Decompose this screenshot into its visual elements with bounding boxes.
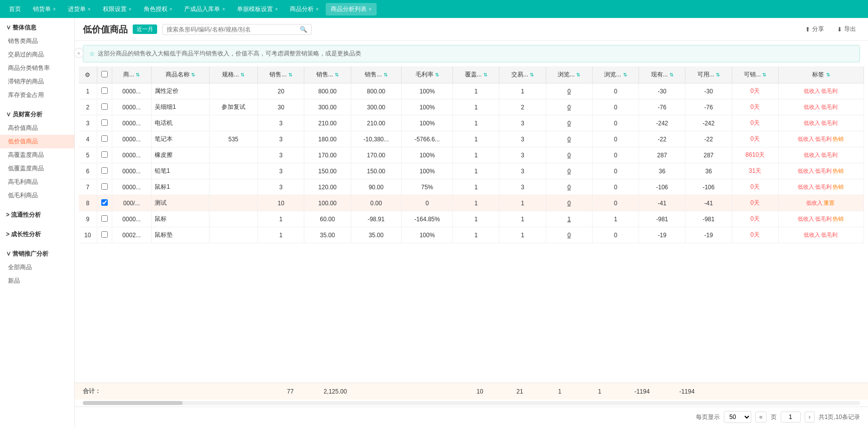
nav-product-analysis-list[interactable]: 商品分析列表 × xyxy=(326,3,377,15)
select-all-checkbox[interactable] xyxy=(101,71,108,77)
share-button[interactable]: ⬆ 分享 xyxy=(801,23,828,35)
nav-template[interactable]: 单据模板设置 × xyxy=(232,3,283,15)
td-col7[interactable]: 0 xyxy=(546,227,592,243)
sidebar-item-sales-products[interactable]: 销售类商品 xyxy=(0,34,74,48)
td-col7[interactable]: 0 xyxy=(546,179,592,195)
td-col7[interactable]: 0 xyxy=(546,195,592,211)
nav-home[interactable]: 首页 xyxy=(4,3,26,15)
td-tags: 低收入低毛利热销 xyxy=(778,131,864,147)
close-icon[interactable]: × xyxy=(170,6,173,12)
close-icon[interactable]: × xyxy=(222,6,225,12)
td-checkbox[interactable] xyxy=(97,115,112,131)
nav-product-stock[interactable]: 产成品入库单 × xyxy=(179,3,230,15)
td-col7[interactable]: 0 xyxy=(546,115,592,131)
sidebar-item-high-coverage[interactable]: 高覆盖度商品 xyxy=(0,148,74,162)
th-sales1[interactable]: 销售... ⇅ xyxy=(258,66,304,83)
search-box[interactable]: 🔍 xyxy=(162,24,312,35)
sidebar-group-overall-title[interactable]: ∨ 整体信息 xyxy=(0,21,74,34)
sidebar-item-inventory-capital[interactable]: 库存资金占用 xyxy=(0,88,74,102)
next-page-button[interactable]: › xyxy=(805,412,815,423)
close-icon[interactable]: × xyxy=(316,6,319,12)
td-checkbox[interactable] xyxy=(97,211,112,227)
sidebar-group-flow-title[interactable]: > 流通性分析 xyxy=(0,208,74,222)
row-checkbox[interactable] xyxy=(101,231,108,238)
th-spec[interactable]: 规格... ⇅ xyxy=(209,66,257,83)
sidebar-item-low-margin[interactable]: 低毛利商品 xyxy=(0,189,74,202)
th-available-stock[interactable]: 可用... ⇅ xyxy=(685,66,732,83)
td-checkbox[interactable] xyxy=(97,195,112,211)
nav-purchase-order[interactable]: 进货单 × xyxy=(63,3,96,15)
td-col7[interactable]: 0 xyxy=(546,147,592,163)
td-checkbox[interactable] xyxy=(97,83,112,99)
row-checkbox[interactable] xyxy=(101,183,108,190)
th-tags[interactable]: 标签 ⇅ xyxy=(778,66,864,83)
td-col7[interactable]: 0 xyxy=(546,163,592,179)
th-coverage[interactable]: 覆盖... ⇅ xyxy=(453,66,499,83)
sidebar-item-high-value[interactable]: 高价值商品 xyxy=(0,121,74,135)
th-margin[interactable]: 毛利率 ⇅ xyxy=(402,66,453,83)
page-size-select[interactable]: 50 100 200 xyxy=(724,411,751,423)
th-trade[interactable]: 交易... ⇅ xyxy=(499,66,546,83)
horizontal-scrollbar-thumb[interactable] xyxy=(83,401,183,405)
table-row: 3 0000... 电话机 3 210.00 210.00 100% 1 3 0… xyxy=(79,115,864,131)
row-checkbox[interactable] xyxy=(101,103,108,110)
th-sales2[interactable]: 销售... ⇅ xyxy=(304,66,351,83)
td-col7[interactable]: 0 xyxy=(546,131,592,147)
sidebar-item-new-products[interactable]: 新品 xyxy=(0,274,74,288)
row-checkbox[interactable] xyxy=(101,215,108,222)
sidebar-collapse-button[interactable]: « xyxy=(74,48,84,58)
first-page-button[interactable]: « xyxy=(755,412,767,423)
td-checkbox[interactable] xyxy=(97,227,112,243)
close-icon[interactable]: × xyxy=(53,6,56,12)
sidebar-item-traded-products[interactable]: 交易过的商品 xyxy=(0,48,74,61)
th-sales3[interactable]: 销售... ⇅ xyxy=(351,66,402,83)
row-checkbox[interactable] xyxy=(101,119,108,126)
search-icon[interactable]: 🔍 xyxy=(300,26,307,33)
close-icon[interactable]: × xyxy=(88,6,91,12)
sidebar-item-low-coverage[interactable]: 低覆盖度商品 xyxy=(0,162,74,175)
row-checkbox[interactable] xyxy=(101,199,108,206)
th-settings[interactable]: ⚙ xyxy=(79,66,97,83)
th-code[interactable]: 商... ⇅ xyxy=(112,66,151,83)
sidebar-group-finance-title[interactable]: ∨ 员财富分析 xyxy=(0,108,74,121)
td-col7[interactable]: 0 xyxy=(546,83,592,99)
row-checkbox[interactable] xyxy=(101,167,108,174)
row-checkbox[interactable] xyxy=(101,87,108,94)
sidebar-group-growth-title[interactable]: > 成长性分析 xyxy=(0,228,74,241)
close-icon[interactable]: × xyxy=(129,6,132,12)
nav-permissions[interactable]: 权限设置 × xyxy=(98,3,137,15)
close-icon[interactable]: × xyxy=(275,6,278,12)
nav-product-analysis[interactable]: 商品分析 × xyxy=(285,3,324,15)
td-col7[interactable]: 1 xyxy=(546,211,592,227)
row-checkbox[interactable] xyxy=(101,151,108,158)
nav-sales-order[interactable]: 销货单 × xyxy=(28,3,61,15)
td-checkbox[interactable] xyxy=(97,163,112,179)
sidebar-item-slow-products[interactable]: 滞销序的商品 xyxy=(0,75,74,88)
search-input[interactable] xyxy=(167,26,298,33)
scrollbar-area[interactable] xyxy=(75,400,868,407)
td-checkbox[interactable] xyxy=(97,99,112,115)
sidebar-group-marketing-title[interactable]: ∨ 营销推广分析 xyxy=(0,247,74,261)
table-container[interactable]: ⚙ 商... ⇅ 商品名称 ⇅ 规格... ⇅ 销售... ⇅ 销售... ⇅ … xyxy=(79,66,864,383)
th-sellable-stock[interactable]: 可销... ⇅ xyxy=(732,66,778,83)
th-browse1[interactable]: 浏览... ⇅ xyxy=(546,66,592,83)
th-checkbox[interactable] xyxy=(97,66,112,83)
row-checkbox[interactable] xyxy=(101,135,108,142)
sidebar-item-low-value[interactable]: 低价值商品 xyxy=(0,135,74,148)
period-tag-button[interactable]: 近一月 xyxy=(133,24,157,34)
sidebar-item-category-sales-rate[interactable]: 商品分类销售率 xyxy=(0,61,74,75)
sidebar-item-high-margin[interactable]: 高毛利商品 xyxy=(0,175,74,189)
th-browse2[interactable]: 浏览... ⇅ xyxy=(592,66,639,83)
td-checkbox[interactable] xyxy=(97,147,112,163)
th-current-stock[interactable]: 现有... ⇅ xyxy=(639,66,685,83)
nav-role-auth[interactable]: 角色授权 × xyxy=(139,3,178,15)
th-name[interactable]: 商品名称 ⇅ xyxy=(151,66,209,83)
page-number-input[interactable] xyxy=(781,412,801,423)
td-col7[interactable]: 0 xyxy=(546,99,592,115)
horizontal-scrollbar-track[interactable] xyxy=(83,401,860,405)
td-checkbox[interactable] xyxy=(97,179,112,195)
td-checkbox[interactable] xyxy=(97,131,112,147)
sidebar-item-all-products[interactable]: 全部商品 xyxy=(0,261,74,274)
export-button[interactable]: ⬇ 导出 xyxy=(833,23,860,35)
close-icon[interactable]: × xyxy=(369,6,372,12)
